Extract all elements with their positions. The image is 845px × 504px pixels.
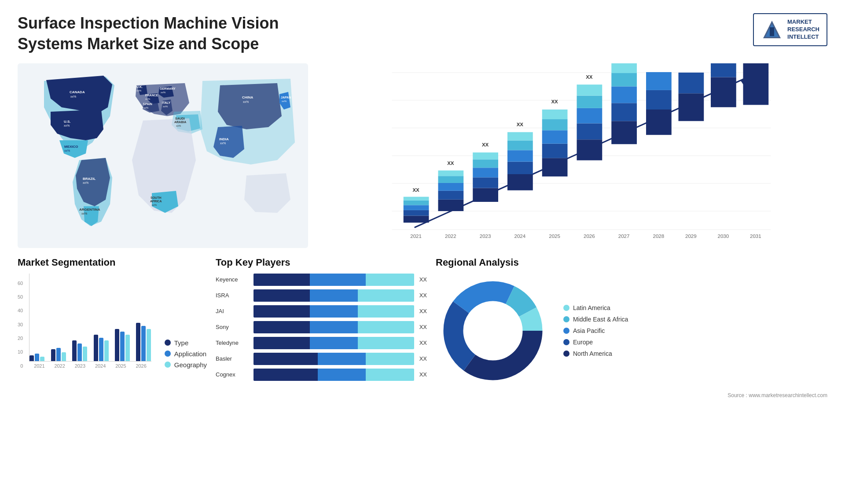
seg-bar-geo-2025 — [125, 335, 130, 361]
legend-geo-label: Geography — [174, 361, 207, 369]
svg-text:xx%: xx% — [143, 106, 149, 109]
players-title: Top Key Players — [216, 257, 427, 268]
player-bar — [254, 274, 414, 286]
legend-na-label: North America — [573, 350, 612, 357]
svg-text:CHINA: CHINA — [242, 95, 254, 99]
player-jai: JAI — [216, 308, 251, 314]
y-axis-60: 60 — [18, 281, 23, 286]
svg-rect-62 — [473, 159, 498, 168]
svg-text:XX: XX — [586, 74, 593, 79]
svg-text:2027: 2027 — [618, 233, 630, 238]
x-label-2021: 2021 — [34, 363, 44, 369]
seg-bar-app-2025 — [120, 332, 125, 361]
seg-bar-app-2023 — [77, 343, 82, 361]
svg-rect-74 — [542, 143, 568, 158]
svg-text:xx%: xx% — [152, 204, 157, 206]
svg-text:INDIA: INDIA — [219, 137, 229, 141]
legend-application: Application — [165, 350, 207, 358]
player-sony-value: XX — [419, 324, 427, 330]
seg-bar-type-2025 — [115, 329, 119, 361]
list-item: Basler XX — [216, 353, 427, 365]
svg-rect-90 — [611, 73, 637, 86]
svg-text:MEXICO: MEXICO — [64, 145, 78, 149]
svg-rect-47 — [404, 205, 429, 210]
svg-rect-73 — [542, 158, 568, 176]
legend-app-label: Application — [174, 350, 206, 358]
svg-rect-101 — [711, 77, 736, 107]
seg-bar-type-2021 — [29, 355, 34, 361]
svg-text:BRAZIL: BRAZIL — [83, 177, 96, 181]
svg-text:2022: 2022 — [445, 233, 456, 238]
svg-text:xx%: xx% — [64, 124, 70, 127]
seg-bar-type-2026 — [136, 323, 140, 361]
svg-rect-83 — [577, 95, 603, 108]
seg-bar-geo-2022 — [62, 352, 66, 361]
svg-rect-56 — [438, 170, 464, 176]
svg-text:xx%: xx% — [176, 124, 181, 127]
svg-rect-88 — [611, 103, 637, 121]
svg-rect-81 — [577, 123, 603, 139]
map-section: CANADA xx% U.S. xx% MEXICO xx% BRAZIL xx… — [18, 63, 308, 248]
source-text: Source : www.marketresearchintellect.com — [436, 392, 827, 398]
y-axis-30: 30 — [18, 322, 23, 327]
svg-rect-49 — [404, 197, 429, 200]
legend-asia-pacific: Asia Pacific — [563, 327, 628, 334]
player-keyence: Keyence — [216, 276, 251, 283]
legend-middle-east-africa: Middle East & Africa — [563, 316, 628, 323]
page-header: Surface Inspection Machine Vision System… — [18, 13, 827, 55]
svg-text:CANADA: CANADA — [70, 90, 85, 94]
legend-europe: Europe — [563, 339, 628, 346]
player-cognex-value: XX — [419, 371, 427, 378]
svg-text:2024: 2024 — [514, 233, 526, 238]
players-section: Top Key Players Keyence XX ISRA XX — [216, 257, 427, 398]
legend-la-dot — [563, 305, 569, 311]
seg-bar-geo-2023 — [83, 347, 87, 361]
svg-rect-87 — [611, 121, 637, 144]
player-sony: Sony — [216, 324, 251, 330]
legend-ap-label: Asia Pacific — [573, 327, 605, 334]
seg-bar-app-2022 — [56, 348, 61, 361]
svg-rect-53 — [438, 190, 464, 199]
donut-container: Latin America Middle East & Africa Asia … — [436, 274, 827, 388]
list-item: Teledyne XX — [216, 337, 427, 349]
seg-bar-app-2021 — [35, 354, 39, 361]
legend-type-label: Type — [174, 339, 189, 347]
x-label-2022: 2022 — [54, 363, 65, 369]
svg-text:ARABIA: ARABIA — [174, 121, 186, 124]
player-jai-value: XX — [419, 308, 427, 314]
segmentation-title: Market Segmentation — [18, 257, 207, 268]
svg-text:GERMANY: GERMANY — [160, 87, 176, 90]
player-cognex: Cognex — [216, 371, 251, 378]
segmentation-legend: Type Application Geography — [165, 339, 207, 369]
svg-text:SOUTH: SOUTH — [151, 196, 162, 199]
y-axis-10: 10 — [18, 349, 23, 354]
svg-rect-69 — [507, 140, 533, 150]
list-item: Sony XX — [216, 321, 427, 333]
logo-text: MARKETRESEARCHINTELLECT — [787, 18, 819, 41]
bar-chart-section: XX 2021 XX 2022 — [317, 63, 827, 248]
legend-ap-dot — [563, 328, 569, 334]
svg-rect-84 — [577, 84, 603, 95]
svg-rect-68 — [507, 150, 533, 161]
svg-text:2026: 2026 — [584, 233, 595, 238]
legend-mea-label: Middle East & Africa — [573, 316, 628, 323]
svg-text:xx%: xx% — [163, 105, 168, 108]
donut-chart — [436, 274, 550, 388]
svg-text:xx%: xx% — [83, 181, 88, 184]
legend-eu-label: Europe — [573, 339, 593, 346]
svg-text:xx%: xx% — [64, 149, 70, 152]
seg-bar-type-2024 — [94, 335, 98, 361]
list-item: JAI XX — [216, 305, 427, 318]
svg-rect-60 — [473, 177, 498, 188]
player-isra: ISRA — [216, 292, 251, 299]
player-teledyne: Teledyne — [216, 340, 251, 346]
y-axis-20: 20 — [18, 336, 23, 341]
svg-rect-82 — [577, 108, 603, 123]
legend-type-dot — [165, 340, 171, 346]
svg-text:SPAIN: SPAIN — [143, 102, 152, 106]
svg-rect-61 — [473, 168, 498, 177]
svg-text:XX: XX — [517, 121, 524, 127]
svg-text:AFRICA: AFRICA — [150, 200, 162, 203]
bar-chart-svg: XX 2021 XX 2022 — [317, 63, 827, 248]
x-label-2026: 2026 — [136, 363, 146, 369]
